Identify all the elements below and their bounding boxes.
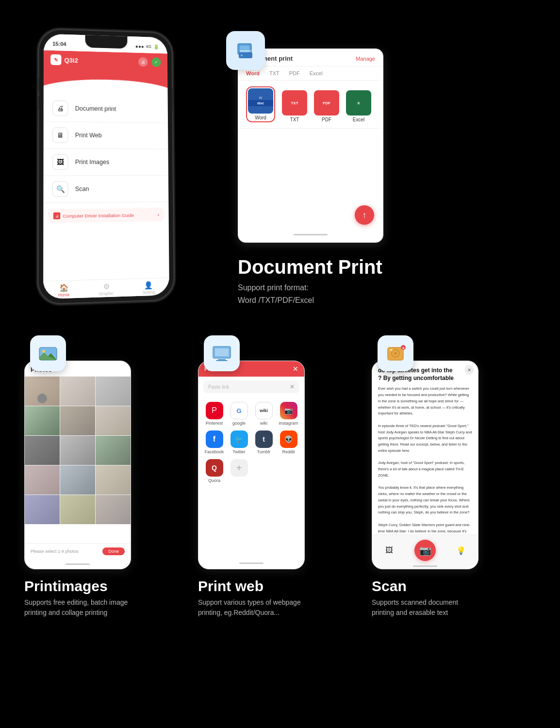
print-images-card: Photos ˅ xyxy=(24,335,188,618)
doc-print-icon-box: 🖨 xyxy=(52,100,68,116)
print-web-title: Print web xyxy=(198,578,301,595)
banner-text: Computer Driver Installation Guide xyxy=(63,212,157,218)
instagram-icon: 📷 xyxy=(280,402,297,419)
social-google[interactable]: G google xyxy=(229,402,249,426)
footer-text: Please select 1-9 photos xyxy=(31,549,79,554)
scan-home-indicator xyxy=(413,565,437,567)
photo-11[interactable] xyxy=(60,465,95,495)
scan-title: Scan xyxy=(372,578,458,595)
menu-label-web: Print Web xyxy=(75,132,102,139)
doc-screenshot-wrapper: Document print Manage Word TXT PDF Excel xyxy=(238,49,531,243)
pi-home-indicator xyxy=(66,563,90,565)
doc-type-excel[interactable]: Excel xyxy=(310,70,323,76)
photo-8[interactable] xyxy=(60,436,95,465)
scan-controls: 🖼 📷 💡 xyxy=(372,534,478,569)
twitter-icon: 🐦 xyxy=(231,430,248,448)
print-icon[interactable]: 🖨 xyxy=(138,57,148,67)
banner-arrow-icon: › xyxy=(157,212,159,217)
twitter-label: Twitter xyxy=(229,449,249,454)
google-icon: G xyxy=(231,402,248,419)
pdf-label: PDF xyxy=(314,117,339,122)
txt-file-icon: TXT xyxy=(282,90,307,116)
doc-print-info: Document Print Support print format:Word… xyxy=(238,256,531,306)
screen-indicator xyxy=(294,234,328,235)
menu-item-scan[interactable]: 🔍 Scan xyxy=(43,176,168,203)
battery-icon: 🔋 xyxy=(153,44,159,50)
excel-icon[interactable]: X Excel xyxy=(346,90,371,122)
phone-notch xyxy=(85,35,128,49)
scan-article-body: Ever wish you had a switch you could jus… xyxy=(378,386,472,536)
scan-card: ✕ ✕ do top athletes get into the? By get… xyxy=(372,335,536,618)
photo-1[interactable] xyxy=(25,377,60,406)
social-add[interactable]: + xyxy=(229,459,249,483)
doc-print-title: Document Print xyxy=(238,256,531,278)
setting-icon: 👤 xyxy=(142,281,155,290)
flash-button[interactable]: 💡 xyxy=(452,542,470,559)
social-twitter[interactable]: 🐦 Twitter xyxy=(229,430,249,454)
main-phone: 15:04 ●●● 4G 🔋 ✎ Q3i2 xyxy=(38,28,184,305)
svg-point-13 xyxy=(394,352,397,355)
driver-banner[interactable]: 🖨 Computer Driver Installation Guide › xyxy=(49,208,164,223)
doc-print-panel: Document print Manage Word TXT PDF Excel xyxy=(238,24,531,306)
photo-6[interactable] xyxy=(96,406,131,435)
menu-item-web[interactable]: 🖥 Print Web xyxy=(44,122,168,149)
scan-info: Scan Supports scanned documentprinting a… xyxy=(372,578,458,618)
photo-10[interactable] xyxy=(25,465,60,495)
txt-icon[interactable]: TXT TXT xyxy=(282,90,307,122)
images-floating-icon xyxy=(30,335,66,371)
print-images-icon-box: 🖼 xyxy=(52,154,68,170)
upload-button[interactable]: ↑ xyxy=(355,205,374,225)
gallery-button[interactable]: 🖼 xyxy=(380,542,398,559)
nav-home[interactable]: 🏠 Home xyxy=(58,283,69,298)
check-icon[interactable]: ✓ xyxy=(151,57,161,67)
social-quora[interactable]: Q Quora xyxy=(204,459,224,483)
photo-2[interactable] xyxy=(60,377,95,406)
word-label: Word xyxy=(248,115,273,120)
manage-button[interactable]: Manage xyxy=(356,56,375,62)
header-action-icons: 🖨 ✓ xyxy=(138,57,161,67)
nav-graphic[interactable]: ⚙ Graphic xyxy=(99,282,114,296)
word-icon-selected[interactable]: W doc Word xyxy=(246,86,275,122)
url-close[interactable]: ✕ xyxy=(290,383,295,390)
photo-5[interactable] xyxy=(60,406,95,435)
pw-home-indicator xyxy=(239,563,264,564)
social-reddit[interactable]: 👽 Reddit xyxy=(279,430,298,454)
app-header: ✎ Q3i2 🖨 ✓ xyxy=(44,50,167,71)
social-facebook[interactable]: f Facebook xyxy=(204,430,224,454)
photo-4[interactable] xyxy=(25,406,60,435)
done-button[interactable]: Done xyxy=(102,547,125,555)
phone-body: 15:04 ●●● 4G 🔋 ✎ Q3i2 xyxy=(38,28,175,305)
svg-text:✕: ✕ xyxy=(402,347,405,350)
social-pinterest[interactable]: P Pinterest xyxy=(204,402,224,426)
home-icon: 🏠 xyxy=(58,283,69,293)
social-wiki[interactable]: wiki wiki xyxy=(254,402,274,426)
url-bar[interactable]: Paste link ✕ xyxy=(203,381,299,393)
doc-title-text: Document Print xyxy=(238,256,382,278)
doc-type-txt[interactable]: TXT xyxy=(269,70,280,76)
social-instagram[interactable]: 📷 Instagram xyxy=(279,402,298,426)
photo-7[interactable] xyxy=(25,436,60,465)
top-section: 15:04 ●●● 4G 🔋 ✎ Q3i2 xyxy=(0,0,560,316)
photo-9[interactable] xyxy=(96,436,131,465)
wave-curve xyxy=(44,78,168,95)
print-web-info: Print web Support various types of webpa… xyxy=(198,578,301,618)
social-tumblr[interactable]: t Tumblr xyxy=(254,430,274,454)
doc-type-word[interactable]: Word xyxy=(246,70,260,76)
menu-item-images[interactable]: 🖼 Print Images xyxy=(43,149,168,176)
menu-label-scan: Scan xyxy=(75,185,89,192)
nav-setting[interactable]: 👤 Setting xyxy=(142,281,155,295)
photo-3[interactable] xyxy=(96,377,131,406)
photo-12[interactable] xyxy=(96,465,131,495)
pw-close[interactable]: ✕ xyxy=(293,365,298,373)
scan-screenshot: ✕ do top athletes get into the? By getti… xyxy=(372,361,478,569)
photo-15[interactable] xyxy=(96,495,131,524)
google-label: google xyxy=(229,421,249,426)
print-images-desc: Supports free editing, batch imageprinti… xyxy=(24,597,128,618)
doc-print-subtitle: Support print format:Word /TXT/PDF/Excel xyxy=(238,281,531,306)
doc-type-pdf[interactable]: PDF xyxy=(289,70,300,76)
photo-13[interactable] xyxy=(25,495,60,524)
camera-button[interactable]: 📷 xyxy=(414,540,436,561)
menu-item-document[interactable]: 🖨 Document print xyxy=(44,95,168,123)
photo-14[interactable] xyxy=(60,495,95,524)
pdf-icon[interactable]: PDF PDF xyxy=(314,90,339,122)
